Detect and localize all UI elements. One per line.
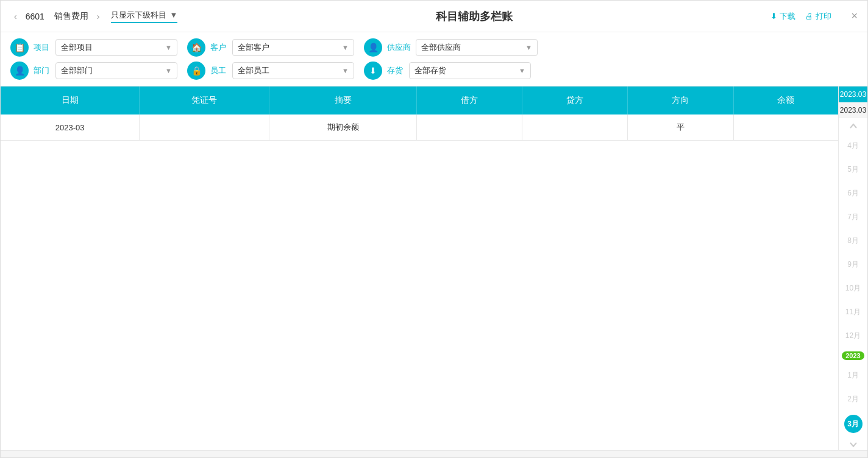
sidebar-month-3-circle: 3月 [844, 415, 863, 433]
print-label: 打印 [816, 11, 831, 22]
nav-prev-button[interactable]: ‹ [10, 10, 21, 23]
show-sub-arrow: ▼ [170, 10, 178, 19]
col-balance: 余额 [733, 86, 838, 114]
employee-label: 员工 [210, 65, 227, 76]
sidebar-month-11[interactable]: 11月 [839, 300, 867, 324]
project-select[interactable]: 全部项目 ▼ [55, 39, 177, 56]
sidebar-month-7[interactable]: 7月 [839, 205, 867, 229]
employee-value: 全部员工 [238, 65, 269, 76]
sidebar-period-top1[interactable]: 2023.03 [839, 86, 867, 102]
sidebar-month-2[interactable]: 2月 [839, 387, 867, 411]
project-label: 项目 [34, 42, 51, 53]
filter-row-2: 👤 部门 全部部门 ▼ 🔒 员工 全部员工 ▼ ⬇ 存货 [10, 62, 858, 80]
supplier-arrow: ▼ [525, 44, 532, 51]
customer-value: 全部客户 [238, 42, 269, 53]
customer-select[interactable]: 全部客户 ▼ [232, 39, 354, 56]
department-arrow: ▼ [165, 67, 172, 74]
print-icon: 🖨 [805, 12, 813, 21]
cell-balance [733, 114, 838, 141]
scroll-bar-track [1, 451, 867, 457]
top-bar: ‹ 6601 销售费用 › 只显示下级科目 ▼ 科目辅助多栏账 ⬇ 下载 🖨 打… [1, 1, 867, 32]
cell-date: 2023-03 [1, 114, 140, 141]
sidebar-month-1[interactable]: 1月 [839, 364, 867, 387]
inventory-arrow: ▼ [519, 67, 525, 74]
filter-supplier: 👤 供应商 全部供应商 ▼ [364, 38, 538, 57]
show-sub-dropdown[interactable]: 只显示下级科目 ▼ [111, 10, 178, 23]
filter-inventory: ⬇ 存货 全部存货 ▼ [364, 62, 531, 80]
cell-direction: 平 [628, 114, 733, 141]
chevron-down-icon [849, 440, 858, 449]
col-credit: 贷方 [522, 86, 628, 114]
filter-department: 👤 部门 全部部门 ▼ [10, 62, 177, 80]
cell-credit [522, 114, 628, 141]
filter-project: 📋 项目 全部项目 ▼ [10, 38, 177, 57]
department-icon: 👤 [10, 62, 29, 80]
filter-employee: 🔒 员工 全部员工 ▼ [187, 62, 354, 80]
cell-voucher [140, 114, 269, 141]
cell-summary: 期初余额 [269, 114, 416, 141]
print-button[interactable]: 🖨 打印 [805, 11, 831, 22]
sidebar-month-3-active[interactable]: 3月 [839, 411, 867, 437]
supplier-select[interactable]: 全部供应商 ▼ [416, 39, 538, 56]
customer-label: 客户 [210, 42, 227, 53]
download-button[interactable]: ⬇ 下载 [770, 11, 795, 22]
col-voucher: 凭证号 [140, 86, 269, 114]
download-label: 下载 [780, 11, 795, 22]
sidebar-nav-up[interactable] [839, 118, 867, 134]
col-summary: 摘要 [269, 86, 416, 114]
col-debit: 借方 [416, 86, 522, 114]
project-arrow: ▼ [165, 44, 172, 51]
sidebar-period-top2[interactable]: 2023.03 [839, 102, 867, 118]
data-table: 日期 凭证号 摘要 借方 贷方 方向 余额 2023-03 期初余额 [1, 86, 838, 141]
department-label: 部门 [34, 65, 51, 76]
main-content: 日期 凭证号 摘要 借方 贷方 方向 余额 2023-03 期初余额 [1, 86, 867, 450]
filter-bar: 📋 项目 全部项目 ▼ 🏠 客户 全部客户 ▼ 👤 供应商 [1, 32, 867, 86]
main-window: ‹ 6601 销售费用 › 只显示下级科目 ▼ 科目辅助多栏账 ⬇ 下载 🖨 打… [0, 0, 868, 458]
customer-arrow: ▼ [342, 44, 349, 51]
chevron-up-icon [849, 122, 858, 130]
nav-next-button[interactable]: › [93, 10, 104, 23]
page-title: 科目辅助多栏账 [177, 9, 770, 24]
table-header-row: 日期 凭证号 摘要 借方 贷方 方向 余额 [1, 86, 838, 114]
right-sidebar: 2023.03 2023.03 4月 5月 6月 7月 8月 9月 10月 11… [838, 86, 867, 450]
close-button[interactable]: × [851, 10, 858, 23]
show-sub-label: 只显示下级科目 [111, 10, 166, 21]
sidebar-month-8[interactable]: 8月 [839, 229, 867, 253]
customer-icon: 🏠 [187, 38, 205, 57]
inventory-value: 全部存货 [414, 65, 446, 76]
account-name: 销售费用 [49, 11, 93, 22]
year-badge: 2023 [842, 351, 864, 360]
employee-select[interactable]: 全部员工 ▼ [232, 62, 354, 79]
inventory-label: 存货 [387, 65, 404, 76]
project-icon: 📋 [10, 38, 29, 57]
inventory-icon: ⬇ [364, 62, 382, 80]
filter-customer: 🏠 客户 全部客户 ▼ [187, 38, 354, 57]
department-select[interactable]: 全部部门 ▼ [55, 62, 177, 79]
department-value: 全部部门 [61, 65, 93, 76]
download-icon: ⬇ [770, 12, 777, 21]
sidebar-month-4[interactable]: 4月 [839, 134, 867, 158]
cell-debit [416, 114, 522, 141]
sidebar-month-6[interactable]: 6月 [839, 181, 867, 205]
top-actions: ⬇ 下载 🖨 打印 × [770, 10, 858, 23]
project-value: 全部项目 [61, 42, 93, 53]
supplier-label: 供应商 [387, 42, 411, 53]
horizontal-scrollbar[interactable] [1, 450, 867, 457]
sidebar-month-12[interactable]: 12月 [839, 324, 867, 348]
employee-icon: 🔒 [187, 62, 205, 80]
year-badge-container: 2023 [839, 350, 867, 361]
inventory-select[interactable]: 全部存货 ▼ [409, 62, 531, 79]
supplier-icon: 👤 [364, 38, 382, 57]
employee-arrow: ▼ [342, 67, 349, 74]
supplier-value: 全部供应商 [421, 42, 461, 53]
col-date: 日期 [1, 86, 140, 114]
account-code: 6601 [21, 12, 49, 21]
table-area: 日期 凭证号 摘要 借方 贷方 方向 余额 2023-03 期初余额 [1, 86, 838, 450]
sidebar-month-9[interactable]: 9月 [839, 253, 867, 277]
table-row: 2023-03 期初余额 平 [1, 114, 838, 141]
col-direction: 方向 [628, 86, 733, 114]
filter-row-1: 📋 项目 全部项目 ▼ 🏠 客户 全部客户 ▼ 👤 供应商 [10, 38, 858, 57]
sidebar-nav-down[interactable] [839, 437, 867, 450]
sidebar-month-10[interactable]: 10月 [839, 277, 867, 300]
sidebar-month-5[interactable]: 5月 [839, 158, 867, 181]
